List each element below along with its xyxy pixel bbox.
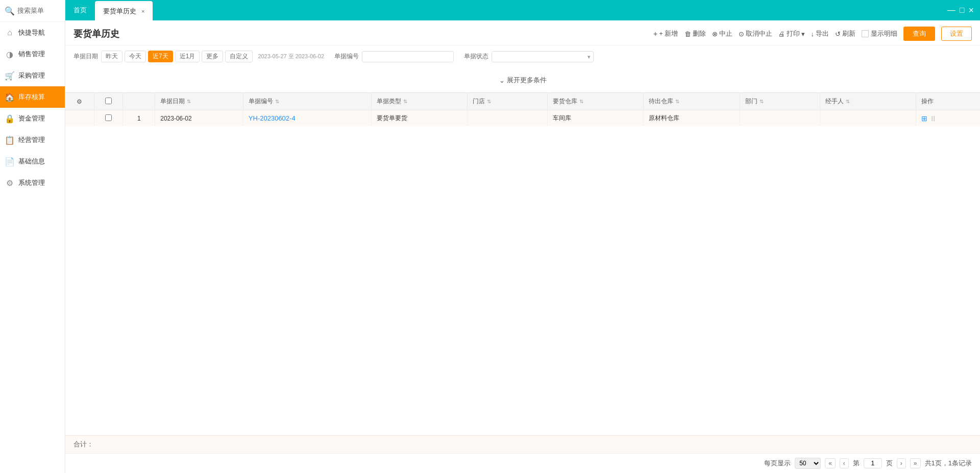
- bill-no-link[interactable]: YH-20230602-4: [249, 114, 296, 122]
- setting-button[interactable]: 设置: [941, 27, 972, 41]
- sidebar-item-quick-nav[interactable]: ⌂ 快捷导航: [0, 22, 65, 43]
- pagination-bar: 每页显示 20 50 100 « ‹ 第 页 › » 共1页，1条记录: [65, 453, 980, 473]
- query-button[interactable]: + 新增查询: [903, 27, 935, 41]
- sidebar-item-purchase[interactable]: 🛒 采购管理: [0, 65, 65, 86]
- content-area: 要货单历史 + + 新增 🗑 删除 ⊗ 中止 ⊙ 取消中止: [65, 20, 980, 473]
- sidebar-item-finance[interactable]: 🔒 资金管理: [0, 108, 65, 129]
- top-bar-controls: — □ ×: [947, 5, 980, 16]
- status-filter-label: 单据状态: [464, 52, 488, 61]
- expand-icon: ⌄: [499, 77, 505, 84]
- date-filter-label: 单据日期: [74, 52, 98, 61]
- row-store: [468, 110, 548, 127]
- date-btn-custom[interactable]: 自定义: [225, 51, 253, 62]
- delete-button[interactable]: 🗑 删除: [684, 29, 706, 38]
- tab-active-label: 要货单历史: [103, 7, 136, 16]
- display-detail-checkbox: [862, 30, 869, 37]
- expand-label: 展开更多条件: [507, 76, 547, 85]
- refresh-button[interactable]: ↺ 刷新: [835, 29, 855, 38]
- row-operations: ⊞ ⁞⁞: [916, 110, 980, 127]
- cancel-stop-icon: ⊙: [739, 30, 744, 38]
- window-minimize-icon[interactable]: —: [947, 6, 955, 15]
- page-number-input[interactable]: [864, 458, 882, 468]
- row-edit-icon[interactable]: ⊞: [921, 114, 927, 123]
- prev-page-button[interactable]: ‹: [840, 458, 849, 468]
- print-dropdown-icon: ▾: [801, 30, 805, 38]
- home-icon: ⌂: [5, 28, 14, 37]
- col-dest-warehouse[interactable]: 待出仓库⇅: [644, 93, 740, 110]
- sort-billtype-icon: ⇅: [403, 99, 407, 104]
- page-size-select[interactable]: 20 50 100: [795, 458, 821, 469]
- row-checkbox[interactable]: [105, 114, 112, 121]
- sidebar-item-label: 系统管理: [18, 178, 45, 187]
- date-btn-1month[interactable]: 近1月: [175, 51, 200, 62]
- sidebar-item-inventory[interactable]: 🏠 库存核算: [0, 86, 65, 108]
- expand-more-button[interactable]: ⌄ 展开更多条件: [74, 74, 972, 87]
- sidebar-search-label: 搜索菜单: [17, 6, 44, 15]
- date-btn-more[interactable]: 更多: [202, 51, 223, 62]
- stop-icon: ⊗: [712, 30, 718, 38]
- next-page-button[interactable]: ›: [897, 458, 906, 468]
- export-button[interactable]: ↓ 导出: [811, 29, 829, 38]
- sort-dept-icon: ⇅: [760, 99, 764, 104]
- date-range-text: 2023-05-27 至 2023-06-02: [258, 53, 324, 60]
- window-close-icon[interactable]: ×: [968, 5, 974, 16]
- sidebar-item-basics[interactable]: 📄 基础信息: [0, 151, 65, 172]
- bill-no-input[interactable]: [362, 51, 454, 62]
- date-btn-7days[interactable]: 近7天: [148, 51, 173, 62]
- new-button[interactable]: + + 新增: [653, 29, 678, 38]
- sort-dest-icon: ⇅: [675, 99, 679, 104]
- tab-home[interactable]: 首页: [65, 0, 95, 20]
- cancel-stop-button[interactable]: ⊙ 取消中止: [739, 29, 772, 38]
- sidebar-item-sales[interactable]: ◑ 销售管理: [0, 43, 65, 65]
- col-req-warehouse[interactable]: 要货仓库⇅: [548, 93, 644, 110]
- tab-close-icon[interactable]: ×: [141, 8, 144, 14]
- date-btn-yesterday[interactable]: 昨天: [101, 51, 122, 62]
- sidebar-item-label: 库存核算: [18, 92, 45, 102]
- page-label: 第: [853, 459, 860, 468]
- last-page-button[interactable]: »: [910, 458, 921, 468]
- sidebar-item-label: 采购管理: [18, 71, 45, 80]
- col-handler[interactable]: 经手人⇅: [820, 93, 916, 110]
- print-button[interactable]: 🖨 打印 ▾: [778, 29, 805, 38]
- window-maximize-icon[interactable]: □: [960, 6, 965, 15]
- sort-handler-icon: ⇅: [846, 99, 850, 104]
- inventory-icon: 🏠: [5, 92, 14, 102]
- date-btn-today[interactable]: 今天: [125, 51, 146, 62]
- row-more-icon[interactable]: ⁞⁞: [931, 114, 935, 123]
- row-checkbox-cell: [94, 110, 122, 127]
- status-select-wrapper: [492, 51, 594, 62]
- select-all-checkbox[interactable]: [105, 98, 112, 104]
- top-bar: 首页 要货单历史 × — □ ×: [65, 0, 980, 20]
- row-num: 1: [123, 110, 155, 127]
- tab-home-label: 首页: [74, 6, 87, 15]
- sidebar-item-label: 销售管理: [18, 50, 45, 59]
- export-icon: ↓: [811, 30, 815, 38]
- tab-active[interactable]: 要货单历史 ×: [95, 1, 153, 21]
- sidebar-item-label: 快捷导航: [18, 28, 45, 37]
- status-select[interactable]: [492, 51, 594, 62]
- system-icon: ⚙: [5, 178, 14, 187]
- sidebar-item-system[interactable]: ⚙ 系统管理: [0, 172, 65, 194]
- date-filter-options: 昨天 今天 近7天 近1月 更多 自定义: [101, 51, 253, 62]
- col-bill-no[interactable]: 单据编号⇅: [243, 93, 371, 110]
- refresh-icon: ↺: [835, 30, 841, 38]
- stop-button[interactable]: ⊗ 中止: [712, 29, 732, 38]
- col-settings[interactable]: ⚙: [65, 93, 94, 110]
- main-area: 首页 要货单历史 × — □ × 要货单历史 + + 新增 🗑 删除: [65, 0, 980, 473]
- col-store[interactable]: 门店⇅: [468, 93, 548, 110]
- col-date[interactable]: 单据日期⇅: [155, 93, 243, 110]
- sidebar-search[interactable]: 🔍 搜索菜单: [0, 0, 65, 22]
- display-detail-toggle[interactable]: 显示明细: [862, 29, 897, 38]
- col-num: [123, 93, 155, 110]
- purchase-icon: 🛒: [5, 71, 14, 80]
- col-dept[interactable]: 部门⇅: [740, 93, 820, 110]
- sidebar-item-operations[interactable]: 📋 经营管理: [0, 129, 65, 151]
- filter-status-group: 单据状态: [464, 51, 594, 62]
- row-dept: [740, 110, 820, 127]
- first-page-button[interactable]: «: [825, 458, 836, 468]
- row-bill-type: 要货单要货: [371, 110, 467, 127]
- table-row: 1 2023-06-02 YH-20230602-4 要货单要货 车间库 原材料…: [65, 110, 980, 127]
- sort-req-icon: ⇅: [579, 99, 583, 104]
- delete-icon: 🗑: [684, 30, 691, 38]
- col-bill-type[interactable]: 单据类型⇅: [371, 93, 467, 110]
